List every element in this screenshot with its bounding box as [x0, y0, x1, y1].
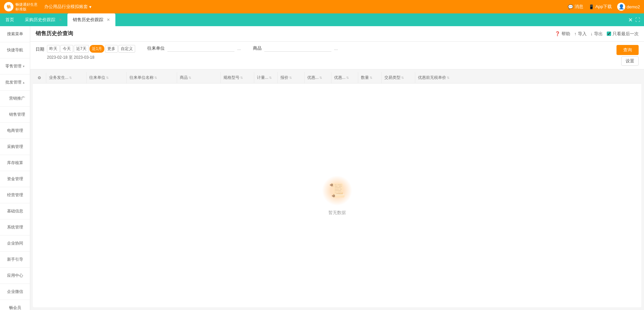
filter-bar: 日期 昨天 今天 近7天 近1月 更多 自定义 2023-02-18 至 202… [30, 42, 644, 69]
page-header: 销售历史价查询 ❓ 帮助 ↑ 导入 ↓ 导出 只看最后一次 [30, 26, 644, 42]
empty-illustration: 📜 [322, 175, 352, 206]
sidebar-item-cooperation[interactable]: 企业协同 [0, 236, 30, 252]
phone-icon: 📱 [589, 4, 594, 9]
dropdown-icon: ▾ [89, 4, 92, 9]
sort-icon-qty: ⇅ [370, 76, 372, 80]
sidebar-item-system[interactable]: 系统管理 [0, 219, 30, 236]
th-notax-price[interactable]: 优惠前无税单价 ⇅ [415, 72, 641, 83]
sidebar-item-wholesale[interactable]: 批发管理 ▴ [0, 74, 30, 91]
unit-label: 往来单位 [147, 45, 165, 51]
sidebar-item-quick-nav[interactable]: 快捷导航 [0, 42, 30, 58]
sort-icon-spec: ⇅ [240, 76, 243, 80]
date-btn-yesterday[interactable]: 昨天 [47, 45, 60, 53]
sidebar-item-basics[interactable]: 基础信息 [0, 203, 30, 219]
sidebar-item-finance[interactable]: 资金管理 [0, 171, 30, 187]
th-spec[interactable]: 规格型号 ⇅ [221, 72, 254, 83]
sort-icon-unit2: ⇅ [269, 76, 272, 80]
chevron-down-icon: ▾ [23, 64, 24, 68]
message-icon: 💬 [568, 4, 573, 9]
th-trade-type[interactable]: 交易类型 ⇅ [382, 72, 415, 83]
import-action[interactable]: ↑ 导入 [574, 31, 587, 37]
sort-icon-trade: ⇅ [401, 76, 404, 80]
sidebar-item-operations[interactable]: 经营管理 [0, 187, 30, 203]
help-action[interactable]: ❓ 帮助 [555, 31, 570, 37]
th-unit-code[interactable]: 往来单位 ⇅ [87, 72, 127, 83]
th-discount1[interactable]: 优惠... ⇅ [305, 72, 331, 83]
date-btn-more[interactable]: 更多 [105, 45, 118, 53]
sort-icon-discount2: ⇅ [346, 76, 349, 80]
export-action[interactable]: ↓ 导出 [591, 31, 603, 37]
th-qty[interactable]: 数量 ⇅ [358, 72, 382, 83]
gear-icon: ⚙ [38, 75, 41, 80]
date-btn-last7[interactable]: 近7天 [74, 45, 89, 53]
company-title[interactable]: 办公用品行业模拟账套 ▾ [44, 4, 92, 10]
logo-text: 畅捷通好生意 标准版 [15, 2, 38, 12]
tab-home[interactable]: 首页 [0, 13, 19, 26]
sort-icon-price: ⇅ [289, 76, 292, 80]
date-btn-group: 昨天 今天 近7天 近1月 更多 自定义 [47, 45, 135, 53]
unit-input[interactable] [167, 45, 234, 52]
sidebar-item-sales-mgmt[interactable]: 销售管理 [0, 107, 30, 123]
sidebar-item-wechat[interactable]: 企业微信 [0, 284, 30, 300]
unit-filter: 往来单位 ... [147, 45, 241, 52]
tab-purchase-history[interactable]: 采购历史价跟踪 ✕ [19, 13, 67, 26]
date-label: 日期 [36, 45, 44, 52]
sidebar-item-ecommerce[interactable]: 电商管理 [0, 123, 30, 139]
message-item[interactable]: 💬 消息 [568, 4, 583, 10]
th-date[interactable]: 业务发生... ⇅ [46, 72, 87, 83]
sort-icon-unit-name: ⇅ [154, 76, 157, 80]
user-avatar[interactable]: 👤 demo2 [617, 3, 640, 11]
sort-icon-unit: ⇅ [106, 76, 109, 80]
sidebar-item-apps[interactable]: 应用中心 [0, 268, 30, 284]
tab-sales-history[interactable]: 销售历史价跟踪 ✕ [67, 13, 115, 26]
table-header: ⚙ 业务发生... ⇅ 往来单位 ⇅ 往来单位名称 ⇅ 商品 ⇅ [33, 72, 641, 84]
product-dots: ... [334, 46, 338, 51]
top-bar-right: 💬 消息 📱 App下载 👤 demo2 [568, 3, 640, 11]
th-discount2[interactable]: 优惠... ⇅ [331, 72, 358, 83]
sidebar-item-search-menu[interactable]: 搜索菜单 [0, 26, 30, 42]
th-product[interactable]: 商品 ⇅ [177, 72, 221, 83]
sort-icon-discount1: ⇅ [319, 76, 322, 80]
sidebar-item-retail[interactable]: 零售管理 ▾ [0, 58, 30, 74]
sidebar-item-purchase-mgmt[interactable]: 采购管理 [0, 139, 30, 155]
page-header-actions: ❓ 帮助 ↑ 导入 ↓ 导出 只看最后一次 [555, 31, 639, 41]
date-range-display: 2023-02-18 至 2023-03-18 [47, 55, 135, 60]
sort-icon-date: ⇅ [69, 76, 72, 80]
th-gear[interactable]: ⚙ [33, 73, 46, 83]
sidebar-item-guide[interactable]: 新手引导 [0, 252, 30, 268]
th-price[interactable]: 报价 ⇅ [278, 72, 305, 83]
query-button[interactable]: 查询 [616, 45, 639, 55]
sidebar: 搜索菜单 快捷导航 零售管理 ▾ 批发管理 ▴ 营销推广 销售管理 电商管理 采… [0, 26, 30, 310]
empty-text: 暂无数据 [328, 210, 346, 216]
fullscreen-icon[interactable]: ⛶ [635, 17, 640, 22]
import-icon: ↑ [574, 31, 577, 36]
export-icon: ↓ [591, 31, 593, 36]
empty-state: 📜 暂无数据 [33, 84, 641, 307]
tab-purchase-close[interactable]: ✕ [59, 17, 62, 22]
date-btn-last1month[interactable]: 近1月 [90, 45, 105, 53]
sidebar-item-member[interactable]: 畅会员 [0, 300, 30, 310]
page-title: 销售历史价查询 [36, 30, 73, 41]
content-area: 销售历史价查询 ❓ 帮助 ↑ 导入 ↓ 导出 只看最后一次 [30, 26, 644, 310]
product-label: 商品 [253, 45, 262, 51]
only-last-checkbox[interactable] [607, 32, 611, 36]
unit-dots: ... [237, 46, 241, 51]
top-bar: 畅 畅捷通好生意 标准版 办公用品行业模拟账套 ▾ 💬 消息 📱 App下载 👤… [0, 0, 644, 13]
th-calc-unit[interactable]: 计量... ⇅ [254, 72, 278, 83]
th-unit-name[interactable]: 往来单位名称 ⇅ [127, 72, 177, 83]
app-download-item[interactable]: 📱 App下载 [589, 4, 612, 10]
sort-icon-notax: ⇅ [447, 76, 449, 80]
close-all-tabs[interactable]: ✕ [628, 17, 633, 23]
help-icon: ❓ [555, 31, 560, 36]
sidebar-item-marketing[interactable]: 营销推广 [0, 91, 30, 107]
date-btn-today[interactable]: 今天 [60, 45, 73, 53]
avatar-icon: 👤 [617, 3, 625, 11]
sort-icon-product: ⇅ [189, 76, 191, 80]
product-filter: 商品 ... [253, 45, 338, 52]
only-last-checkbox-container[interactable]: 只看最后一次 [607, 31, 639, 37]
product-input[interactable] [264, 45, 331, 52]
tab-sales-close[interactable]: ✕ [107, 17, 110, 22]
sidebar-item-inventory[interactable]: 库存核算 [0, 155, 30, 171]
date-btn-custom[interactable]: 自定义 [118, 45, 135, 53]
setting-button[interactable]: 设置 [621, 56, 639, 66]
